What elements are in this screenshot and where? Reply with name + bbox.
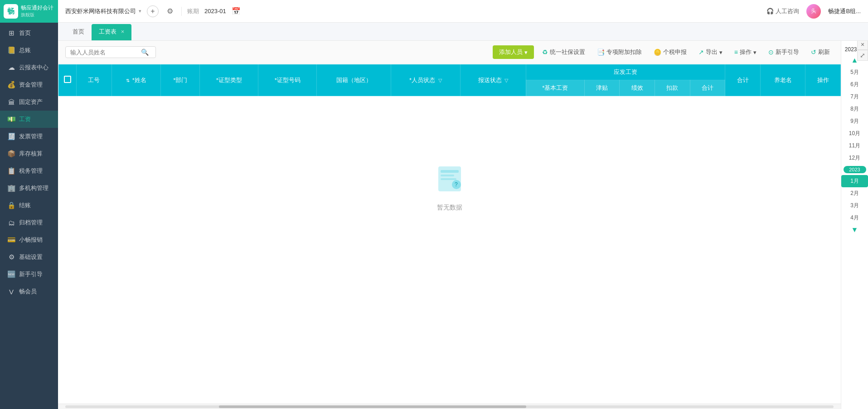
sidebar-item-invoice[interactable]: 🧾 发票管理 xyxy=(0,128,58,145)
add-person-button[interactable]: 添加人员 ▾ xyxy=(493,45,534,59)
logo-icon: 畅 xyxy=(4,4,18,19)
main-content: 🔍 添加人员 ▾ ♻ 统一社保设置 📑 专项附加扣除 xyxy=(58,41,841,409)
scrollbar-thumb xyxy=(219,405,526,408)
sidebar-item-cloud-report[interactable]: ☁ 云报表中心 xyxy=(0,59,58,76)
expense-icon: 💳 xyxy=(7,236,15,244)
export-label: 导出 xyxy=(706,48,718,56)
calendar-icon[interactable]: 📅 xyxy=(232,7,241,15)
checkbox-header[interactable] xyxy=(58,64,77,96)
svg-rect-2 xyxy=(441,175,454,176)
tab-close-icon[interactable]: × xyxy=(121,28,125,35)
tab-home-label: 首页 xyxy=(73,28,84,35)
sidebar-item-guide[interactable]: 🆕 新手引导 xyxy=(0,266,58,283)
month-5[interactable]: 5月 xyxy=(841,66,868,78)
user-name[interactable]: 畅捷通B组... xyxy=(828,7,861,15)
guide-button[interactable]: ⊙ 新手引导 xyxy=(765,46,803,58)
operations-button[interactable]: ≡ 操作 ▾ xyxy=(731,46,760,58)
sidebar-item-home[interactable]: ⊞ 首页 xyxy=(0,24,58,42)
sidebar-item-fund[interactable]: 💰 资金管理 xyxy=(0,76,58,93)
col-performance: 绩效 xyxy=(620,80,655,96)
col-basic-salary: *基本工资 xyxy=(526,80,584,96)
sidebar-item-close[interactable]: 🔒 结账 xyxy=(0,197,58,214)
support-button[interactable]: 🎧 人工咨询 xyxy=(766,7,799,15)
social-security-button[interactable]: ♻ 统一社保设置 xyxy=(538,46,589,58)
col-subsidy: 津贴 xyxy=(584,80,620,96)
svg-rect-1 xyxy=(441,170,459,173)
month-3[interactable]: 3月 xyxy=(841,200,868,212)
company-selector[interactable]: 西安虾米网络科技有限公司 ▾ xyxy=(65,7,141,15)
tabs-bar: 首页 工资表 × xyxy=(58,23,868,41)
assets-icon: 🏛 xyxy=(7,98,15,106)
social-security-icon: ♻ xyxy=(542,49,548,56)
month-11[interactable]: 11月 xyxy=(841,140,868,152)
special-deduction-label: 专项附加扣除 xyxy=(606,48,642,56)
month-2[interactable]: 2月 xyxy=(841,187,868,200)
sidebar-item-label: 新手引导 xyxy=(19,270,43,278)
social-security-label: 统一社保设置 xyxy=(550,48,585,56)
select-all-checkbox[interactable] xyxy=(64,76,71,83)
headset-icon: 🎧 xyxy=(766,8,774,15)
special-deduction-button[interactable]: 📑 专项附加扣除 xyxy=(593,46,645,58)
sidebar-item-label: 归档管理 xyxy=(19,219,43,227)
search-input[interactable] xyxy=(70,49,138,56)
sidebar-item-expense[interactable]: 💳 小畅报销 xyxy=(0,231,58,248)
sidebar-item-ledger[interactable]: 📒 总账 xyxy=(0,42,58,59)
personal-tax-icon: 🪙 xyxy=(654,49,661,56)
sidebar-item-multi-org[interactable]: 🏢 多机构管理 xyxy=(0,180,58,197)
next-arrow[interactable]: ▼ xyxy=(849,224,860,236)
guide-icon: 🆕 xyxy=(7,270,15,278)
month-6[interactable]: 6月 xyxy=(841,78,868,91)
sidebar-item-member[interactable]: V 畅会员 xyxy=(0,283,58,300)
invoice-icon: 🧾 xyxy=(7,132,15,141)
empty-icon: ? xyxy=(432,162,468,198)
month-10[interactable]: 10月 xyxy=(841,127,868,140)
sidebar-item-label: 云报表中心 xyxy=(19,63,48,72)
operations-arrow-icon: ▾ xyxy=(753,49,756,56)
refresh-button[interactable]: ↺ 刷新 xyxy=(807,46,834,58)
sidebar-item-inventory[interactable]: 📦 库存核算 xyxy=(0,145,58,162)
export-arrow-icon: ▾ xyxy=(719,49,723,56)
sidebar-item-archive[interactable]: 🗂 归档管理 xyxy=(0,214,58,231)
add-company-button[interactable]: + xyxy=(147,5,159,17)
col-operations: 操作 xyxy=(805,64,841,96)
col-report-status: 报送状态 ▽ xyxy=(460,64,526,96)
sidebar-item-label: 小畅报销 xyxy=(19,236,43,244)
sidebar-item-salary[interactable]: 💵 工资 xyxy=(0,111,58,128)
settings-icon: ⚙ xyxy=(7,253,15,261)
month-7[interactable]: 7月 xyxy=(841,91,868,103)
guide-icon: ⊙ xyxy=(768,49,774,56)
guide-label: 新手引导 xyxy=(776,48,799,56)
close-panel-button[interactable]: × xyxy=(857,41,868,50)
empty-state: ? 暂无数据 xyxy=(58,96,841,278)
month-4[interactable]: 4月 xyxy=(841,212,868,224)
tab-salary-table[interactable]: 工资表 × xyxy=(92,24,131,40)
expand-panel-button[interactable]: ⤢ xyxy=(857,50,868,61)
tab-home[interactable]: 首页 xyxy=(65,24,92,40)
table-scrollbar[interactable] xyxy=(58,404,841,409)
topbar: 西安虾米网络科技有限公司 ▾ + ⚙ 账期 2023-01 📅 🎧 人工咨询 头… xyxy=(58,0,868,23)
col-number: 工号 xyxy=(77,64,112,96)
col-total-sub: 合计 xyxy=(690,80,725,96)
filter-icon-2[interactable]: ▽ xyxy=(504,78,508,83)
month-8[interactable]: 8月 xyxy=(841,103,868,115)
export-button[interactable]: ↗ 导出 ▾ xyxy=(695,46,726,58)
sidebar-item-label: 固定资产 xyxy=(19,98,43,106)
sidebar-item-settings[interactable]: ⚙ 基础设置 xyxy=(0,248,58,266)
divider xyxy=(181,7,182,16)
month-9[interactable]: 9月 xyxy=(841,115,868,127)
toolbar: 🔍 添加人员 ▾ ♻ 统一社保设置 📑 专项附加扣除 xyxy=(58,41,841,64)
company-settings-icon[interactable]: ⚙ xyxy=(164,5,176,17)
month-1-active[interactable]: 1月 xyxy=(841,175,868,187)
ledger-icon: 📒 xyxy=(7,46,15,54)
tax-icon: 📋 xyxy=(7,167,15,175)
date-panel: × ⤢ 2023.01 ▲ 5月 6月 7月 8月 9月 10月 11月 12月… xyxy=(841,41,868,409)
avatar: 头 xyxy=(806,4,821,19)
fund-icon: 💰 xyxy=(7,81,15,89)
sidebar-item-tax[interactable]: 📋 税务管理 xyxy=(0,162,58,180)
sidebar-item-fixed-assets[interactable]: 🏛 固定资产 xyxy=(0,93,58,111)
personal-tax-button[interactable]: 🪙 个税申报 xyxy=(650,46,690,58)
month-12[interactable]: 12月 xyxy=(841,152,868,164)
sidebar-item-label: 库存核算 xyxy=(19,150,43,158)
filter-icon[interactable]: ▽ xyxy=(438,78,442,83)
dropdown-arrow-icon: ▾ xyxy=(524,49,528,56)
